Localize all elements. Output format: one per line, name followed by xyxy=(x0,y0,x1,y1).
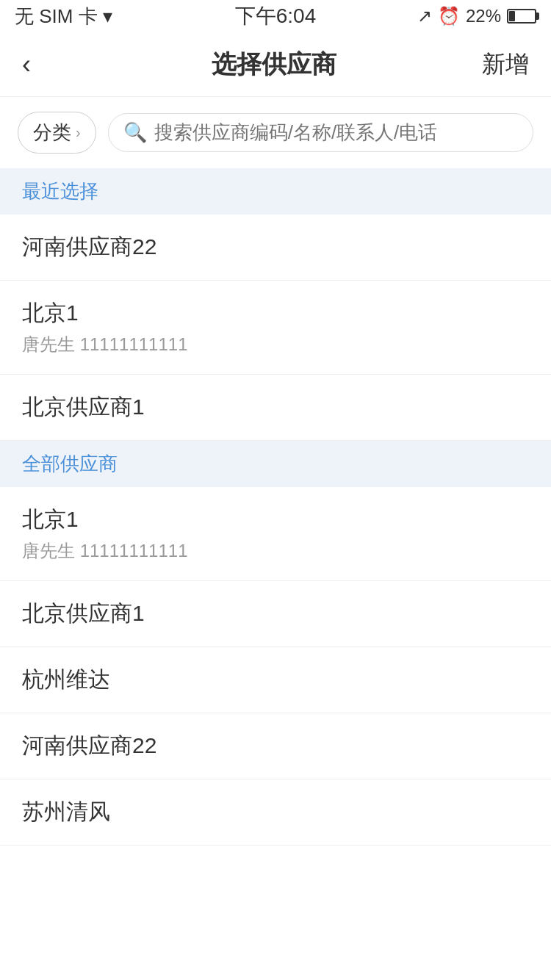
status-right: ↗ ⏰ 22% xyxy=(417,6,536,26)
location-icon: ↗ xyxy=(417,6,432,26)
list-item[interactable]: 苏州清风 xyxy=(0,779,551,846)
item-name: 苏州清风 xyxy=(22,797,529,827)
category-label: 分类 xyxy=(33,120,71,145)
category-filter-button[interactable]: 分类 › xyxy=(18,112,96,154)
search-input[interactable] xyxy=(154,121,518,144)
item-name: 杭州维达 xyxy=(22,665,529,695)
item-name: 北京供应商1 xyxy=(22,599,529,629)
add-button[interactable]: 新增 xyxy=(482,48,529,81)
item-name: 河南供应商22 xyxy=(22,232,529,262)
list-item[interactable]: 河南供应商22 xyxy=(0,713,551,779)
chevron-right-icon: › xyxy=(76,124,81,141)
item-sub: 唐先生 11111111111 xyxy=(22,333,529,356)
list-item[interactable]: 河南供应商22 xyxy=(0,215,551,281)
status-time: 下午6:04 xyxy=(235,2,317,30)
sections-container: 最近选择河南供应商22北京1唐先生 11111111111北京供应商1全部供应商… xyxy=(0,168,551,846)
item-name: 河南供应商22 xyxy=(22,731,529,761)
page-title: 选择供应商 xyxy=(212,48,336,82)
battery-percent: 22% xyxy=(466,6,501,26)
no-sim-label: 无 SIM 卡 ▾ xyxy=(15,4,112,29)
item-name: 北京供应商1 xyxy=(22,392,529,422)
list-item[interactable]: 北京1唐先生 11111111111 xyxy=(0,487,551,581)
list-item[interactable]: 北京供应商1 xyxy=(0,581,551,647)
alarm-icon: ⏰ xyxy=(438,6,460,26)
nav-bar: ‹ 选择供应商 新增 xyxy=(0,32,551,97)
item-name: 北京1 xyxy=(22,505,529,535)
section-header-0: 最近选择 xyxy=(0,168,551,215)
item-sub: 唐先生 11111111111 xyxy=(22,539,529,563)
search-box: 🔍 xyxy=(108,113,533,152)
status-bar: 无 SIM 卡 ▾ 下午6:04 ↗ ⏰ 22% xyxy=(0,0,551,32)
list-item[interactable]: 北京供应商1 xyxy=(0,375,551,441)
filter-bar: 分类 › 🔍 xyxy=(0,97,551,168)
item-name: 北京1 xyxy=(22,298,529,328)
back-button[interactable]: ‹ xyxy=(22,49,66,80)
section-header-1: 全部供应商 xyxy=(0,441,551,487)
status-left: 无 SIM 卡 ▾ xyxy=(15,4,112,29)
list-item[interactable]: 杭州维达 xyxy=(0,647,551,713)
list-item[interactable]: 北京1唐先生 11111111111 xyxy=(0,281,551,375)
battery-icon xyxy=(507,9,536,24)
search-icon: 🔍 xyxy=(123,121,147,144)
